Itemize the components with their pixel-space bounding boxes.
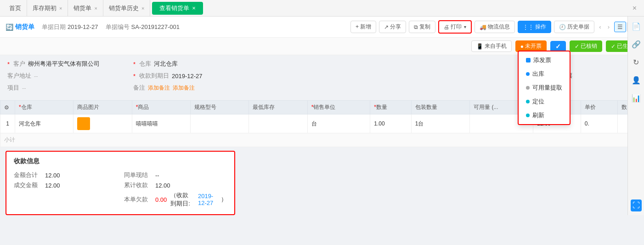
sidebar-icon-user[interactable]: 👤 <box>630 74 643 86</box>
doc-icon: 🔄 <box>6 23 13 31</box>
operations-label: 操作 <box>535 23 546 31</box>
copy-icon: ⧉ <box>414 24 418 30</box>
same-order-row: 同单现结 -- <box>124 170 227 180</box>
add-invoice-label: 添发票 <box>533 56 551 64</box>
sold-label: 已核销 <box>581 42 597 50</box>
warehouse-label: 仓库 <box>139 60 151 68</box>
this-order-row: 本单欠款 0.00 （收款到期日: 2019-12-27 ） <box>124 190 227 209</box>
row-qty: 1.00 <box>370 114 411 133</box>
sidebar-icon-link[interactable]: 🔗 <box>630 38 643 51</box>
row-warehouse: 河北仓库 <box>15 114 73 133</box>
dropdown-refresh[interactable]: 刷新 <box>519 108 570 122</box>
product-image <box>77 117 90 130</box>
tab-home[interactable]: 首页 <box>4 0 27 17</box>
summary-right: 同单现结 -- 累计收款 12.00 本单欠款 0.00 （收款到期日: 201… <box>124 170 227 209</box>
sold-button[interactable]: ✓ 已核销 <box>570 40 602 52</box>
print-label: 打印 <box>451 23 462 31</box>
summary-title: 收款信息 <box>14 157 227 165</box>
row-unit: 台 <box>307 114 370 133</box>
col-qty: *数量 <box>370 101 411 114</box>
due-date-label: 收款到期日 <box>139 72 169 80</box>
warehouse-required: * <box>133 61 136 68</box>
logistics-button[interactable]: 🚚 物流信息 <box>475 21 515 33</box>
tab-sales-label: 销货单 <box>73 4 91 12</box>
col-unit: *销售单位 <box>307 101 370 114</box>
row-product: 嘻嘻嘻嘻 <box>132 114 190 133</box>
note-label: 备注 <box>133 84 145 92</box>
tab-inventory-label: 库存期初 <box>33 4 56 12</box>
col-pack-qty: 包装数量 <box>411 101 469 114</box>
dropdown-available-qty[interactable]: 可用量提取 <box>519 81 570 95</box>
warehouse-field: * 仓库 河北仓库 <box>133 60 248 68</box>
col-product: *商品 <box>132 101 190 114</box>
subtotal-row: 小计 <box>0 133 644 147</box>
tab-bar: 首页 库存期初 × 销货单 × 销货单历史 × 查看销货单 × × <box>0 0 644 17</box>
subtotal-cell: 小计 <box>0 133 644 147</box>
transaction-value: 12.00 <box>45 182 60 189</box>
new-button[interactable]: + 新增 <box>350 21 376 33</box>
total-amount-row: 金额合计 12.00 <box>14 170 117 180</box>
sidebar-icon-refresh[interactable]: ↻ <box>631 56 641 68</box>
customer-field: * 客户 柳州粤港平安气体有限公司 <box>7 60 122 68</box>
summary-box: 收款信息 金额合计 12.00 成交金额 12.00 同单现结 -- 累计收款 <box>6 151 235 215</box>
doc-date-value: 2019-12-27 <box>68 23 98 30</box>
col-min-stock: 最低库存 <box>249 101 307 114</box>
refresh-label: 刷新 <box>532 111 544 120</box>
share-label: 分享 <box>390 23 401 31</box>
doc-header: 🔄 销货单 单据日期 2019-12-27 单据编号 SA-20191227-0… <box>0 17 644 38</box>
tab-view-sales-close[interactable]: × <box>192 5 196 11</box>
tab-inventory[interactable]: 库存期初 × <box>27 0 68 17</box>
due-date-value: 2019-12-27 <box>172 73 203 80</box>
project-label: 项目 <box>7 84 19 92</box>
tab-inventory-close[interactable]: × <box>59 6 62 11</box>
right-sidebar: 📄 🔗 ↻ 👤 📊 ⛶ <box>627 17 644 215</box>
tab-sales-close[interactable]: × <box>94 6 97 11</box>
copy-button[interactable]: ⧉ 复制 <box>409 21 435 33</box>
doc-title: 🔄 销货单 <box>6 23 34 31</box>
tab-sales[interactable]: 销货单 × <box>68 0 103 17</box>
col-gear[interactable]: ⚙ <box>0 101 15 114</box>
customer-label: 客户 <box>13 60 25 68</box>
verify-button[interactable]: ✓ <box>550 41 566 52</box>
address-value: -- <box>34 73 38 80</box>
share-button[interactable]: ↗ 分享 <box>379 21 406 33</box>
sidebar-icon-expand[interactable]: ⛶ <box>631 199 642 211</box>
tab-sales-history-close[interactable]: × <box>141 6 144 11</box>
due-date: 2019-12-27 <box>198 193 217 206</box>
doc-title-text: 销货单 <box>15 23 34 31</box>
add-note-button[interactable]: 添加备注 <box>148 84 170 92</box>
from-phone-button[interactable]: 📱 来自手机 <box>471 40 512 52</box>
view-list-btn[interactable]: ☰ <box>614 22 626 32</box>
tab-sales-history[interactable]: 销货单历史 × <box>103 0 150 17</box>
sidebar-icon-doc[interactable]: 📄 <box>630 20 643 33</box>
col-price: 单价 <box>581 101 617 114</box>
not-opened-label: 未开票 <box>525 42 542 50</box>
history-label: 历史单据 <box>567 23 589 31</box>
share-icon: ↗ <box>384 24 389 30</box>
dropdown-outbound[interactable]: 出库 <box>519 67 570 81</box>
row-price: 0. <box>581 114 617 133</box>
note-field: 备注 添加备注 添加备注 <box>133 84 248 92</box>
close-all-button[interactable]: × <box>629 4 640 12</box>
tab-sales-history-label: 销货单历史 <box>109 4 139 12</box>
tab-home-label: 首页 <box>9 4 21 12</box>
row-num: 1 <box>0 114 15 133</box>
sidebar-icon-chart[interactable]: 📊 <box>630 92 643 104</box>
available-qty-icon <box>526 86 530 90</box>
nav-next[interactable]: › <box>606 23 611 31</box>
history-button[interactable]: 🕘 历史单据 <box>554 21 594 33</box>
operations-button[interactable]: ⋮⋮ 操作 <box>518 21 551 33</box>
row-spec <box>191 114 249 133</box>
dropdown-locate[interactable]: 定位 <box>519 95 570 108</box>
add-note-label[interactable]: 添加备注 <box>173 84 195 92</box>
nav-prev[interactable]: ‹ <box>597 23 603 31</box>
customer-value: 柳州粤港平安气体有限公司 <box>28 60 100 68</box>
sold-icon: ✓ <box>575 43 579 50</box>
effective-icon: ✓ <box>611 43 616 50</box>
dropdown-add-invoice[interactable]: 添发票 <box>519 53 570 67</box>
ops-icon: ⋮⋮ <box>523 24 534 30</box>
tab-view-sales[interactable]: 查看销货单 × <box>152 2 203 15</box>
logistics-icon: 🚚 <box>480 24 486 30</box>
due-date-required: * <box>133 73 136 80</box>
print-button[interactable]: 🖨 打印 ▾ <box>438 20 472 34</box>
